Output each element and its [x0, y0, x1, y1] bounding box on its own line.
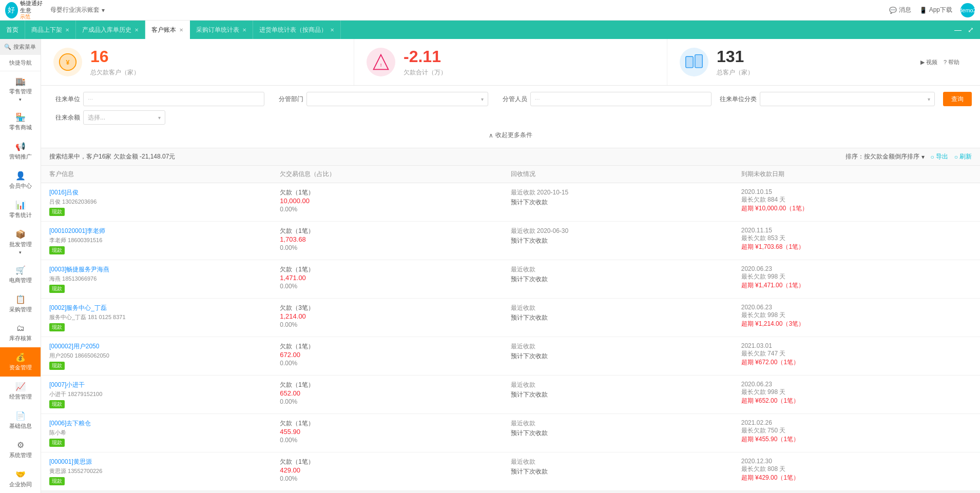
search-button[interactable]: 查询: [943, 92, 972, 106]
debt-ratio: 0.00%: [280, 360, 510, 367]
person-input[interactable]: ···: [530, 92, 712, 106]
user-menu[interactable]: demo2: [960, 3, 975, 17]
tab-close-stock[interactable]: ✕: [330, 27, 334, 33]
refresh-icon: ○: [954, 153, 958, 161]
tab-stock[interactable]: 进货单统计表（按商品） ✕: [253, 21, 341, 39]
tab-close-products[interactable]: ✕: [65, 27, 69, 33]
customer-name[interactable]: [0002]服务中心_丁磊: [49, 304, 280, 312]
tab-customer[interactable]: 客户账本 ✕: [145, 21, 190, 39]
customer-name[interactable]: [0007]小进干: [49, 381, 280, 389]
top-bar: 好 畅捷通好生意 示范 母婴行业演示账套 ▾ 💬 消息 📱 App下载 demo…: [0, 0, 980, 21]
debt-amount[interactable]: 1,703.68: [280, 235, 510, 243]
overdue-link[interactable]: 超期 ¥672.00（1笔）: [741, 358, 972, 367]
tab-close-production[interactable]: ✕: [134, 27, 139, 33]
overdue-link[interactable]: 超期 ¥455.90（1笔）: [741, 435, 972, 444]
sidebar-item-basic-info[interactable]: 📄 基础信息: [0, 406, 41, 435]
from-unit-input[interactable]: ···: [83, 92, 264, 106]
debt-amount[interactable]: 1,214.00: [280, 312, 510, 320]
collection-cell: 最近收款 预计下次收款: [511, 265, 741, 284]
collapse-filter-button[interactable]: ∧ 收起更多条件: [49, 129, 972, 142]
sidebar-item-operations[interactable]: 📈 经营管理: [0, 377, 41, 406]
overdue-link[interactable]: 超期 ¥1,471.00（1笔）: [741, 281, 972, 290]
export-button[interactable]: ○ 导出: [931, 152, 948, 161]
sidebar-item-enterprise-coop[interactable]: 🤝 企业协同: [0, 464, 41, 493]
customer-info-cell: [0016]吕俊 吕俊 13026203696 现款: [49, 188, 280, 216]
marketing-icon: 📢: [15, 142, 26, 151]
unit-class-select[interactable]: ▾: [760, 92, 935, 106]
sort-select[interactable]: 排序：按欠款金额倒序排序 ▾: [846, 152, 925, 161]
store-selector[interactable]: 母婴行业演示账套 ▾: [50, 6, 105, 14]
help-icon: ?: [944, 59, 947, 65]
customer-name[interactable]: [0016]吕俊: [49, 188, 280, 197]
due-date: 2021.02.26: [741, 419, 972, 426]
due-date: 2020.10.15: [741, 188, 972, 195]
debt-amount[interactable]: 429.00: [280, 466, 510, 474]
sidebar-item-batch-mgmt[interactable]: 📦 批发管理 ▾: [0, 224, 41, 260]
result-summary: 搜索结果中，客户16家 欠款金额 -21,148.07元: [49, 152, 175, 161]
tab-purchase[interactable]: 采购订单统计表 ✕: [190, 21, 253, 39]
sidebar-item-retail-stats[interactable]: 📊 零售统计: [0, 195, 41, 224]
overdue-link[interactable]: 超期 ¥1,214.00（3笔）: [741, 320, 972, 328]
overdue-link[interactable]: 超期 ¥652.00（1笔）: [741, 397, 972, 405]
customer-name[interactable]: [000002]用户2050: [49, 342, 280, 351]
tab-close-purchase[interactable]: ✕: [242, 27, 246, 33]
customer-name[interactable]: [0006]去下粮仓: [49, 419, 280, 428]
overdue-days: 最长欠款 998 天: [741, 311, 972, 320]
debt-amount[interactable]: 455.90: [280, 428, 510, 436]
tab-maximize-button[interactable]: ⤢: [966, 26, 976, 34]
sidebar-item-system[interactable]: ⚙ 系统管理: [0, 435, 41, 464]
tab-bar-actions: — ⤢: [952, 26, 980, 34]
customer-name[interactable]: [0003]畅捷服务尹海燕: [49, 265, 280, 274]
sidebar-item-retail-mall[interactable]: 🏪 零售商城: [0, 107, 41, 136]
svg-text:¥: ¥: [66, 59, 69, 66]
balance-select[interactable]: 选择... ▾: [83, 110, 165, 125]
overdue-link[interactable]: 超期 ¥10,000.00（1笔）: [741, 204, 972, 213]
debt-info-cell: 欠款（1笔） 652.00 0.00%: [280, 381, 510, 405]
sidebar-item-retail-mgmt[interactable]: 🏬 零售管理 ▾: [0, 71, 41, 107]
collection-cell: 最近收款 2020-06-30 预计下次收款: [511, 227, 741, 245]
debt-amount[interactable]: 1,471.00: [280, 274, 510, 282]
sidebar-item-inventory[interactable]: 🗂 库存核算: [0, 319, 41, 347]
chevron-down-icon: ▾: [158, 115, 161, 121]
total-customers-label: 总客户（家）: [717, 68, 754, 77]
overdue-link[interactable]: 超期 ¥1,703.68（1笔）: [741, 243, 972, 251]
view-button[interactable]: ▶ 视频: [920, 58, 937, 66]
sidebar-item-purchase[interactable]: 📋 采购管理: [0, 289, 41, 319]
table-row: [0001020001]李老师 李老师 18600391516 现款 欠款（1笔…: [41, 222, 980, 260]
sidebar-item-ecommerce[interactable]: 🛒 电商管理: [0, 260, 41, 289]
tab-home[interactable]: 首页: [0, 21, 25, 39]
debt-amount[interactable]: 652.00: [280, 389, 510, 397]
sidebar-item-marketing[interactable]: 📢 营销推广: [0, 136, 41, 166]
customer-name[interactable]: [000001]黄思源: [49, 458, 280, 466]
table-row: [000001]黄思源 黄思源 13552700226 现款 欠款（1笔） 42…: [41, 452, 980, 491]
tab-minimize-button[interactable]: —: [952, 26, 964, 34]
debt-count: 欠款（1笔）: [280, 265, 510, 274]
help-button[interactable]: ? 帮助: [944, 58, 959, 66]
tab-products[interactable]: 商品上下架 ✕: [25, 21, 76, 39]
customer-name[interactable]: [0001020001]李老师: [49, 227, 280, 235]
sidebar-item-quick-nav[interactable]: 快捷导航: [0, 55, 41, 71]
customer-tag: 现款: [49, 208, 65, 216]
customer-info-cell: [0002]服务中心_丁磊 服务中心_丁磊 181 0125 8371 现款: [49, 304, 280, 331]
tab-production[interactable]: 产成品入库单历史 ✕: [76, 21, 145, 39]
debt-amount[interactable]: 10,000.00: [280, 197, 510, 205]
debt-info-cell: 欠款（1笔） 1,703.68 0.00%: [280, 227, 510, 251]
due-date-cell: 2020.06.23 最长欠款 998 天 超期 ¥1,214.00（3笔）: [741, 304, 972, 328]
sidebar-item-finance[interactable]: 💰 资金管理: [0, 347, 41, 377]
next-collection: 预计下次收款: [511, 275, 741, 284]
sidebar-item-member[interactable]: 👤 会员中心: [0, 166, 41, 195]
sidebar-search[interactable]: 🔍 搜索菜单: [0, 39, 41, 55]
message-button[interactable]: 💬 消息: [889, 6, 911, 14]
customer-info-cell: [0006]去下粮仓 陈小希 现款: [49, 419, 280, 447]
app-download-button[interactable]: 📱 App下载: [919, 6, 952, 14]
refresh-button[interactable]: ○ 刷新: [954, 152, 972, 161]
stat-info-total-customers: 131 总客户（家）: [717, 47, 754, 77]
table-row: [000002]用户2050 用户2050 18665062050 现款 欠款（…: [41, 337, 980, 376]
last-collection: 最近收款: [511, 381, 741, 389]
overdue-link[interactable]: 超期 ¥429.00（1笔）: [741, 474, 972, 482]
due-date-cell: 2021.02.26 最长欠款 750 天 超期 ¥455.90（1笔）: [741, 419, 972, 444]
dept-select[interactable]: ▾: [306, 92, 488, 106]
result-bar: 搜索结果中，客户16家 欠款金额 -21,148.07元 排序：按欠款金额倒序排…: [41, 148, 980, 166]
debt-amount[interactable]: 672.00: [280, 351, 510, 359]
tab-close-customer[interactable]: ✕: [179, 27, 183, 33]
